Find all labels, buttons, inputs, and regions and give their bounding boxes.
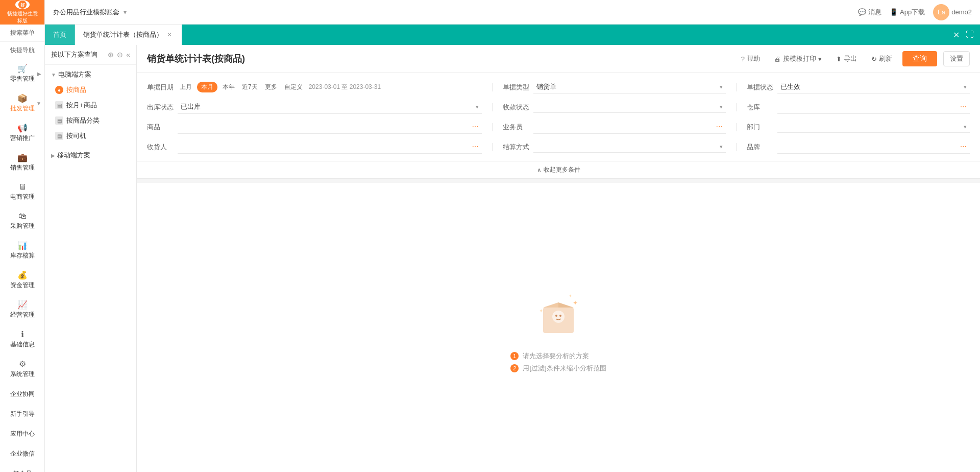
collapse-panel-icon[interactable]: « [126, 51, 130, 59]
sidebar-item-member[interactable]: 畅会员 [0, 463, 44, 472]
warehouse-select[interactable]: ··· [777, 100, 970, 114]
quick-nav-label[interactable]: 快捷导航 [10, 46, 35, 54]
out-status-select[interactable]: 已出库 ▾ [178, 100, 482, 114]
this-month-btn[interactable]: 本月 [197, 82, 217, 92]
sidebar-item-sales[interactable]: 💼 销售管理 [0, 148, 44, 177]
sidebar-item-appcenter[interactable]: 应用中心 [0, 423, 44, 443]
recipient-dots[interactable]: ··· [472, 142, 478, 151]
empty-tip-2: 2 用[过滤]条件来缩小分析范围 [510, 364, 606, 373]
svg-point-5 [552, 311, 565, 323]
sidebar-item-operations[interactable]: 📈 经营管理 [0, 295, 44, 324]
ecommerce-label: 电商管理 [2, 193, 42, 201]
user-menu[interactable]: Ea demo2 [933, 4, 972, 20]
sidebar-item-marketing[interactable]: 📢 营销推广 [0, 118, 44, 148]
sidebar-item-basic[interactable]: ℹ 基础信息 [0, 324, 44, 354]
brand-select[interactable]: ··· [777, 140, 970, 154]
filter-recipient: 收货人 ··· [147, 140, 482, 154]
filter-date: 单据日期 上月 本月 本年 近7天 更多 自定义 2023-03-01 至 20… [147, 82, 482, 92]
dept-select[interactable]: ▾ [777, 122, 970, 133]
product-dots[interactable]: ··· [472, 122, 478, 131]
app-download-icon: 📱 [890, 8, 898, 16]
appcenter-label: 应用中心 [2, 430, 42, 438]
out-status-label: 出库状态 [147, 103, 178, 112]
product-select[interactable]: ··· [178, 120, 482, 134]
more-btn[interactable]: 更多 [263, 82, 279, 92]
sidebar-item-purchase[interactable]: 🛍 采购管理 [0, 206, 44, 235]
home-tab-label: 首页 [53, 30, 66, 39]
sidebar-item-ecommerce[interactable]: 🖥 电商管理 [0, 177, 44, 206]
tip-2-label: 用[过滤]条件来缩小分析范围 [523, 364, 606, 373]
custom-btn[interactable]: 自定义 [282, 82, 305, 92]
doc-status-select[interactable]: 已生效 ▾ [777, 80, 970, 94]
brand-label: 品牌 [747, 143, 777, 152]
divider-3 [492, 103, 493, 111]
prev-month-btn[interactable]: 上月 [178, 82, 194, 92]
industry-label: 办公用品行业模拟账套 [53, 8, 119, 17]
settings-button[interactable]: 设置 [943, 51, 970, 66]
sidebar-item-cooperation[interactable]: 企业协同 [0, 384, 44, 404]
refresh-button[interactable]: ↻ 刷新 [867, 52, 896, 65]
sidebar-item-guide[interactable]: 新手引导 [0, 404, 44, 423]
add-scheme-icon[interactable]: ⊕ [108, 51, 114, 59]
quick-nav[interactable]: 快捷导航 [0, 42, 44, 59]
staff-select[interactable]: ··· [533, 120, 726, 134]
sidebar-item-finance[interactable]: 💰 资金管理 [0, 265, 44, 295]
warehouse-dots[interactable]: ··· [960, 102, 967, 111]
out-status-value: 已出库 [181, 102, 474, 111]
sidebar-item-inventory[interactable]: 📊 库存核算 [0, 235, 44, 265]
tab-close-icon[interactable]: ✕ [166, 30, 173, 39]
doc-status-label: 单据状态 [747, 83, 777, 92]
tab-close-all-icon[interactable]: ✕ [953, 30, 960, 40]
collapse-bar[interactable]: ∧ 收起更多条件 [137, 161, 980, 179]
sidebar-item-wholesale[interactable]: 📦 批发管理 ▼ [0, 88, 44, 118]
system-label: 系统管理 [2, 370, 42, 379]
last7-btn[interactable]: 近7天 [240, 82, 260, 92]
recipient-select[interactable]: ··· [178, 140, 482, 154]
basic-icon: ℹ [2, 329, 42, 339]
search-menu[interactable]: 搜索菜单 [0, 25, 44, 42]
filter-row-3: 商品 ··· 业务员 ··· [147, 120, 970, 134]
search-menu-label[interactable]: 搜索菜单 [10, 29, 35, 36]
filter-product: 商品 ··· [147, 120, 482, 134]
tab-bar-right: ✕ ⛶ [947, 25, 980, 45]
sidebar-item-retail[interactable]: 🛒 零售管理 ▶ [0, 59, 44, 88]
message-button[interactable]: 💬 消息 [858, 8, 881, 17]
message-icon: 💬 [858, 8, 866, 16]
doc-type-select[interactable]: 销货单 ▾ [533, 80, 726, 94]
filter-doc-type: 单据类型 销货单 ▾ [503, 80, 726, 94]
tab-home[interactable]: 首页 [45, 25, 75, 45]
settings-scheme-icon[interactable]: ⊙ [117, 51, 123, 59]
print-dropdown-icon[interactable]: ▾ [818, 55, 822, 63]
help-button[interactable]: ? 帮助 [737, 52, 764, 65]
industry-dropdown-icon[interactable]: ▾ [124, 9, 127, 16]
sidebar-item-system[interactable]: ⚙ 系统管理 [0, 354, 44, 384]
staff-dots[interactable]: ··· [716, 122, 723, 131]
scheme-group-mobile-header[interactable]: ▶ 移动端方案 [45, 148, 136, 163]
scheme-by-product[interactable]: ● 按商品 [49, 82, 136, 98]
filter-pay-status: 收款状态 ▾ [503, 102, 726, 113]
tab-sales-report[interactable]: 销货单统计计表（按商品） ✕ [75, 25, 182, 45]
app-subtitle: 标版 [17, 17, 28, 25]
pay-status-select[interactable]: ▾ [533, 102, 726, 113]
this-year-btn[interactable]: 本年 [220, 82, 237, 92]
print-button[interactable]: 🖨 按模板打印 ▾ [770, 52, 826, 65]
scheme-by-month-product[interactable]: ▤ 按月+商品 [49, 98, 136, 113]
tip-num-2: 2 [510, 364, 519, 372]
settle-select[interactable]: ▾ [533, 141, 726, 153]
app-download-button[interactable]: 📱 App下载 [890, 8, 925, 17]
brand-dots[interactable]: ··· [960, 142, 967, 151]
retail-label: 零售管理 [2, 75, 42, 83]
scheme-by-clerk[interactable]: ▤ 按司机 [49, 128, 136, 144]
scheme-by-category[interactable]: ▤ 按商品分类 [49, 113, 136, 128]
query-label: 查询 [913, 54, 927, 63]
sidebar-item-wechat[interactable]: 企业微信 [0, 443, 44, 463]
desktop-group-arrow: ▼ [51, 72, 56, 78]
export-button[interactable]: ⬆ 导出 [832, 52, 861, 65]
scheme-group-desktop-header[interactable]: ▼ 电脑端方案 [45, 67, 136, 82]
query-button[interactable]: 查询 [902, 51, 937, 66]
tab-fullscreen-icon[interactable]: ⛶ [966, 30, 974, 39]
empty-state: ✦ ✦ ✦ 1 请先选择要分析的方案 2 用[过滤]条件来缩小分析范围 [137, 183, 980, 472]
tip-num-1: 1 [510, 352, 519, 360]
settle-label: 结算方式 [503, 143, 533, 152]
warehouse-label: 仓库 [747, 103, 777, 112]
